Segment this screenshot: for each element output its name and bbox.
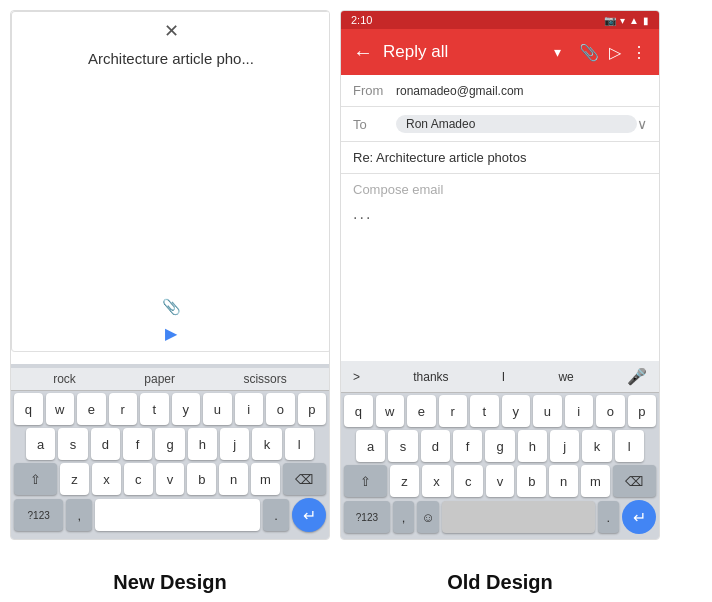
num-key[interactable]: ?123 — [14, 499, 63, 531]
key-b[interactable]: b — [187, 463, 216, 495]
key-i[interactable]: i — [565, 395, 594, 427]
key-t[interactable]: t — [140, 393, 169, 425]
old-design-label: Old Design — [340, 567, 660, 598]
left-header: ✕ Architecture article pho... 📎 ▶ — [11, 11, 330, 352]
key-h[interactable]: h — [518, 430, 547, 462]
key-l[interactable]: l — [285, 428, 314, 460]
key-h[interactable]: h — [188, 428, 217, 460]
key-v[interactable]: v — [156, 463, 185, 495]
status-icons: 📷 ▾ ▲ ▮ — [604, 15, 649, 26]
period-key[interactable]: . — [263, 499, 289, 531]
key-x[interactable]: x — [422, 465, 451, 497]
to-field[interactable]: To Ron Amadeo ∨ — [341, 107, 659, 142]
close-button[interactable]: ✕ — [164, 20, 179, 42]
header-actions: 📎 ▷ ⋮ — [579, 43, 647, 62]
suggestion-i[interactable]: I — [502, 370, 505, 384]
key-d[interactable]: d — [91, 428, 120, 460]
send-icon[interactable]: ▶ — [165, 324, 177, 343]
key-o[interactable]: o — [266, 393, 295, 425]
battery-icon: ▮ — [643, 15, 649, 26]
key-e[interactable]: e — [407, 395, 436, 427]
key-z[interactable]: z — [60, 463, 89, 495]
key-n[interactable]: n — [219, 463, 248, 495]
emoji-key[interactable]: ☺ — [417, 501, 438, 533]
expand-icon[interactable]: ∨ — [637, 116, 647, 132]
comma-key[interactable]: , — [66, 499, 92, 531]
space-key[interactable] — [442, 501, 595, 533]
keyboard-right: > thanks I we 🎤 q w e r t y u i o p — [341, 361, 659, 539]
suggestion-thanks[interactable]: thanks — [413, 370, 448, 384]
comma-key[interactable]: , — [393, 501, 414, 533]
key-a[interactable]: a — [26, 428, 55, 460]
key-q[interactable]: q — [344, 395, 373, 427]
key-z[interactable]: z — [390, 465, 419, 497]
key-u[interactable]: u — [533, 395, 562, 427]
suggestion-arrow[interactable]: > — [353, 370, 360, 384]
key-c[interactable]: c — [454, 465, 483, 497]
compose-body[interactable]: Compose email — [341, 174, 659, 205]
key-p[interactable]: p — [298, 393, 327, 425]
key-g[interactable]: g — [155, 428, 184, 460]
key-x[interactable]: x — [92, 463, 121, 495]
key-s[interactable]: s — [58, 428, 87, 460]
key-w[interactable]: w — [46, 393, 75, 425]
shift-key[interactable]: ⇧ — [344, 465, 387, 497]
key-u[interactable]: u — [203, 393, 232, 425]
key-c[interactable]: c — [124, 463, 153, 495]
key-t[interactable]: t — [470, 395, 499, 427]
enter-key[interactable]: ↵ — [292, 498, 326, 532]
send-button[interactable]: ▷ — [609, 43, 621, 62]
key-r[interactable]: r — [109, 393, 138, 425]
key-p[interactable]: p — [628, 395, 657, 427]
key-j[interactable]: j — [550, 430, 579, 462]
key-m[interactable]: m — [581, 465, 610, 497]
key-m[interactable]: m — [251, 463, 280, 495]
to-label: To — [353, 117, 388, 132]
key-s[interactable]: s — [388, 430, 417, 462]
key-b[interactable]: b — [517, 465, 546, 497]
attach-icon[interactable]: 📎 — [579, 43, 599, 62]
shift-key[interactable]: ⇧ — [14, 463, 57, 495]
key-k[interactable]: k — [252, 428, 281, 460]
suggestion-paper[interactable]: paper — [144, 372, 175, 386]
key-y[interactable]: y — [172, 393, 201, 425]
num-key[interactable]: ?123 — [344, 501, 390, 533]
recipient-chip[interactable]: Ron Amadeo — [396, 115, 637, 133]
key-g[interactable]: g — [485, 430, 514, 462]
key-r[interactable]: r — [439, 395, 468, 427]
enter-key[interactable]: ↵ — [622, 500, 656, 534]
key-l[interactable]: l — [615, 430, 644, 462]
key-f[interactable]: f — [453, 430, 482, 462]
suggestion-we[interactable]: we — [558, 370, 573, 384]
key-q[interactable]: q — [14, 393, 43, 425]
attach-icon[interactable]: 📎 — [162, 298, 181, 316]
key-n[interactable]: n — [549, 465, 578, 497]
key-y[interactable]: y — [502, 395, 531, 427]
key-v[interactable]: v — [486, 465, 515, 497]
suggestion-rock[interactable]: rock — [53, 372, 76, 386]
mic-icon[interactable]: 🎤 — [627, 367, 647, 386]
key-j[interactable]: j — [220, 428, 249, 460]
key-w[interactable]: w — [376, 395, 405, 427]
backspace-key[interactable]: ⌫ — [613, 465, 656, 497]
compose-dots: ··· — [341, 205, 659, 231]
signal-icon: ▲ — [629, 15, 639, 26]
key-f[interactable]: f — [123, 428, 152, 460]
key-a[interactable]: a — [356, 430, 385, 462]
new-design-label: New Design — [10, 567, 330, 598]
period-key[interactable]: . — [598, 501, 619, 533]
key-k[interactable]: k — [582, 430, 611, 462]
compose-area: From ronamadeo@gmail.com To Ron Amadeo ∨… — [341, 75, 659, 361]
space-key[interactable] — [95, 499, 260, 531]
backspace-key[interactable]: ⌫ — [283, 463, 326, 495]
more-options-icon[interactable]: ⋮ — [631, 43, 647, 62]
dropdown-arrow-icon[interactable]: ▾ — [554, 44, 561, 60]
key-o[interactable]: o — [596, 395, 625, 427]
status-bar: 2:10 📷 ▾ ▲ ▮ — [341, 11, 659, 29]
key-i[interactable]: i — [235, 393, 264, 425]
suggestion-scissors[interactable]: scissors — [243, 372, 286, 386]
back-button[interactable]: ← — [353, 41, 373, 64]
key-e[interactable]: e — [77, 393, 106, 425]
key-d[interactable]: d — [421, 430, 450, 462]
keyboard-left: rock paper scissors q w e r t y u i o p — [11, 364, 329, 539]
